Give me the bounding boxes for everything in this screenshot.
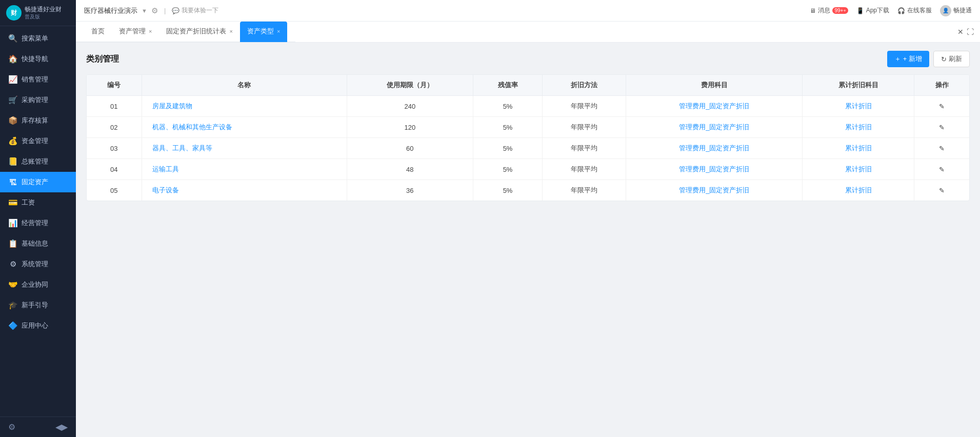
header-title: 医疗器械行业演示: [84, 6, 137, 15]
user-item[interactable]: 👤 畅捷通: [940, 5, 972, 16]
experience-icon: 💬: [172, 7, 179, 14]
header-right: 🖥 消息 99++ 📱 App下载 🎧 在线客服 👤 畅捷通: [810, 5, 972, 16]
edit-icon[interactable]: ✎: [914, 117, 969, 138]
sidebar-icon-4: 📦: [8, 116, 17, 125]
cell-0-5: 管理费用_固定资产折旧: [626, 96, 803, 117]
new-icon: ＋: [894, 54, 901, 64]
edit-icon[interactable]: ✎: [914, 138, 969, 159]
sidebar-item-固定资产[interactable]: 🏗 固定资产: [0, 172, 76, 192]
main-area: 医疗器械行业演示 ▼ ⚙ | 💬 我要体验一下 🖥 消息 99++ 📱 App下…: [76, 0, 980, 437]
cell-3-1: 运输工具: [142, 159, 347, 180]
cell-1-3: 5%: [473, 117, 543, 138]
sidebar-item-销售管理[interactable]: 📈 销售管理: [0, 69, 76, 90]
sidebar-item-总账管理[interactable]: 📒 总账管理: [0, 151, 76, 172]
sidebar-nav: 🔍 搜索菜单 🏠 快捷导航 📈 销售管理 🛒 采购管理 📦 库存核算 💰 资金管…: [0, 26, 76, 416]
sidebar-icon-0: 🔍: [8, 34, 17, 43]
cell-0-6: 累计折旧: [803, 96, 914, 117]
experience-button[interactable]: 💬 我要体验一下: [172, 6, 218, 15]
tab-bar: 首页资产管理×固定资产折旧统计表×资产类型×: [76, 22, 295, 42]
cell-2-1: 器具、工具、家具等: [142, 138, 347, 159]
notification-icon: 🖥: [810, 7, 816, 14]
new-button[interactable]: ＋ + 新增: [887, 51, 929, 67]
cell-3-6: 累计折旧: [803, 159, 914, 180]
sidebar-icon-5: 💰: [8, 136, 17, 146]
content-actions: ＋ + 新增 ↻ 刷新: [887, 51, 970, 67]
tab-label-1: 资产管理: [119, 27, 146, 36]
sidebar-item-快捷导航[interactable]: 🏠 快捷导航: [0, 49, 76, 69]
sidebar-item-label-0: 搜索菜单: [22, 34, 48, 43]
sidebar-item-系统管理[interactable]: ⚙ 系统管理: [0, 254, 76, 274]
sidebar-item-经营管理[interactable]: 📊 经营管理: [0, 213, 76, 233]
new-label: + 新增: [903, 54, 922, 64]
edit-icon[interactable]: ✎: [914, 180, 969, 201]
edit-icon[interactable]: ✎: [914, 96, 969, 117]
table-row: 03器具、工具、家具等605%年限平均管理费用_固定资产折旧累计折旧✎: [87, 138, 969, 159]
tab-2[interactable]: 固定资产折旧统计表×: [159, 22, 239, 42]
sidebar-item-资金管理[interactable]: 💰 资金管理: [0, 131, 76, 151]
table-row: 05电子设备365%年限平均管理费用_固定资产折旧累计折旧✎: [87, 180, 969, 201]
logo-sub-text: 普及版: [25, 13, 62, 20]
tab-bar-wrapper: 首页资产管理×固定资产折旧统计表×资产类型× ✕ ⛶: [76, 22, 980, 43]
refresh-label: 刷新: [949, 54, 962, 64]
cell-4-5: 管理费用_固定资产折旧: [626, 180, 803, 201]
cell-2-6: 累计折旧: [803, 138, 914, 159]
sidebar-item-企业协同[interactable]: 🤝 企业协同: [0, 274, 76, 295]
col-header-3: 残值率: [473, 75, 543, 96]
customer-service-item[interactable]: 🎧 在线客服: [897, 6, 932, 15]
user-label: 畅捷通: [953, 6, 972, 15]
sidebar-icon-9: 📊: [8, 218, 17, 228]
expand-window-icon[interactable]: ⛶: [967, 28, 974, 36]
col-header-7: 操作: [914, 75, 969, 96]
sidebar-item-应用中心[interactable]: 🔷 应用中心: [0, 315, 76, 336]
tab-label-0: 首页: [91, 27, 105, 36]
tab-3[interactable]: 资产类型×: [240, 22, 287, 42]
table-row: 04运输工具485%年限平均管理费用_固定资产折旧累计折旧✎: [87, 159, 969, 180]
content-area: 类别管理 ＋ + 新增 ↻ 刷新 编号名称使用期限（月）残值率折旧方法费用科目累…: [76, 43, 980, 437]
tab-close-3[interactable]: ×: [277, 28, 280, 34]
tab-0[interactable]: 首页: [84, 22, 112, 42]
tab-1[interactable]: 资产管理×: [112, 22, 159, 42]
sidebar-item-label-9: 经营管理: [22, 218, 48, 228]
col-header-0: 编号: [87, 75, 142, 96]
sidebar-item-label-8: 工资: [22, 198, 35, 207]
header-gear-icon[interactable]: ⚙: [151, 6, 158, 15]
sidebar-icon-8: 💳: [8, 198, 17, 207]
tab-close-2[interactable]: ×: [229, 28, 232, 34]
avatar: 👤: [940, 5, 951, 16]
col-header-4: 折旧方法: [543, 75, 626, 96]
cell-0-0: 01: [87, 96, 142, 117]
sidebar-item-label-10: 基础信息: [22, 239, 48, 248]
sidebar-item-label-12: 企业协同: [22, 280, 48, 289]
app-download-item[interactable]: 📱 App下载: [856, 6, 889, 15]
sidebar-item-搜索菜单[interactable]: 🔍 搜索菜单: [0, 28, 76, 49]
cell-0-2: 240: [347, 96, 473, 117]
cell-0-4: 年限平均: [543, 96, 626, 117]
notification-item[interactable]: 🖥 消息 99++: [810, 6, 848, 15]
header-dropdown-icon[interactable]: ▼: [142, 8, 147, 14]
cell-2-3: 5%: [473, 138, 543, 159]
sidebar-footer: ⚙ ◀▶: [0, 416, 76, 437]
sidebar-item-label-6: 总账管理: [22, 157, 48, 166]
sidebar-item-库存核算[interactable]: 📦 库存核算: [0, 110, 76, 131]
settings-icon[interactable]: ⚙: [8, 422, 15, 432]
sidebar-item-label-11: 系统管理: [22, 260, 48, 269]
header-left: 医疗器械行业演示 ▼ ⚙ | 💬 我要体验一下: [84, 6, 218, 15]
content-header: 类别管理 ＋ + 新增 ↻ 刷新: [86, 51, 970, 67]
sidebar-item-采购管理[interactable]: 🛒 采购管理: [0, 90, 76, 110]
sidebar-item-工资[interactable]: 💳 工资: [0, 192, 76, 213]
tab-close-1[interactable]: ×: [149, 28, 152, 34]
cell-4-0: 05: [87, 180, 142, 201]
experience-label: 我要体验一下: [182, 6, 218, 15]
col-header-6: 累计折旧科目: [803, 75, 914, 96]
cell-1-4: 年限平均: [543, 117, 626, 138]
sidebar-item-label-5: 资金管理: [22, 136, 48, 146]
refresh-button[interactable]: ↻ 刷新: [933, 51, 970, 67]
collapse-icon[interactable]: ◀▶: [55, 422, 68, 432]
sidebar-item-基础信息[interactable]: 📋 基础信息: [0, 233, 76, 254]
sidebar-icon-2: 📈: [8, 75, 17, 84]
cell-1-6: 累计折旧: [803, 117, 914, 138]
logo-icon: 财: [6, 5, 22, 21]
close-window-icon[interactable]: ✕: [957, 28, 964, 36]
edit-icon[interactable]: ✎: [914, 159, 969, 180]
sidebar-item-新手引导[interactable]: 🎓 新手引导: [0, 295, 76, 315]
